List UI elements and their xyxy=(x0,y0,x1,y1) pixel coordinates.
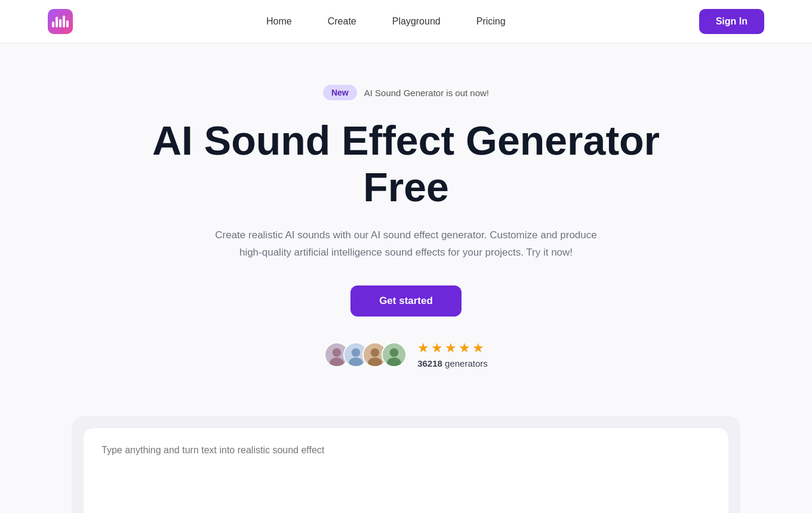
generator-count-rest: generators xyxy=(442,358,488,368)
nav-item-pricing[interactable]: Pricing xyxy=(476,16,506,27)
star-4: ★ xyxy=(459,340,470,356)
svg-point-1 xyxy=(333,348,341,357)
svg-point-4 xyxy=(352,348,360,357)
star-1: ★ xyxy=(417,340,429,356)
nav-item-home[interactable]: Home xyxy=(266,16,292,27)
logo[interactable] xyxy=(48,9,73,34)
nav-item-playground[interactable]: Playground xyxy=(392,16,441,27)
generator-input[interactable] xyxy=(102,445,710,505)
hero-title: AI Sound Effect Generator Free xyxy=(152,117,660,210)
avatar-4 xyxy=(382,342,407,367)
new-badge-row: New AI Sound Generator is out now! xyxy=(323,85,489,100)
generator-box: GENERATE xyxy=(84,428,728,513)
avatars xyxy=(324,342,407,367)
logo-bar-2 xyxy=(56,17,58,27)
nav-link-playground[interactable]: Playground xyxy=(392,16,441,26)
hero-title-line2: Free xyxy=(363,164,449,210)
hero-title-line1: AI Sound Effect Generator xyxy=(152,118,660,163)
logo-bar-5 xyxy=(66,20,69,27)
generator-count-bold: 36218 xyxy=(417,358,442,368)
logo-icon xyxy=(48,9,73,34)
nav-links: Home Create Playground Pricing xyxy=(266,16,506,27)
new-badge: New xyxy=(323,85,357,100)
hero-subtitle: Create realistic AI sounds with our AI s… xyxy=(203,227,609,262)
nav-link-pricing[interactable]: Pricing xyxy=(476,16,506,26)
generator-container: GENERATE xyxy=(72,416,740,513)
stars: ★ ★ ★ ★ ★ xyxy=(417,340,484,356)
svg-point-7 xyxy=(371,348,379,357)
hero-section: New AI Sound Generator is out now! AI So… xyxy=(0,43,812,416)
social-proof: ★ ★ ★ ★ ★ 36218 generators xyxy=(324,340,488,368)
navbar: Home Create Playground Pricing Sign In xyxy=(0,0,812,43)
star-5: ★ xyxy=(472,340,484,356)
rating-section: ★ ★ ★ ★ ★ 36218 generators xyxy=(417,340,488,368)
star-3: ★ xyxy=(445,340,457,356)
nav-link-home[interactable]: Home xyxy=(266,16,292,26)
get-started-button[interactable]: Get started xyxy=(350,285,462,317)
logo-bar-4 xyxy=(63,16,65,27)
nav-link-create[interactable]: Create xyxy=(328,16,356,26)
logo-bar-1 xyxy=(52,21,54,27)
generator-count: 36218 generators xyxy=(417,358,488,368)
svg-point-10 xyxy=(390,348,398,357)
nav-item-create[interactable]: Create xyxy=(328,16,356,27)
logo-bars xyxy=(52,16,69,27)
logo-bar-3 xyxy=(59,19,61,27)
new-badge-text: AI Sound Generator is out now! xyxy=(364,88,489,98)
star-2: ★ xyxy=(431,340,443,356)
sign-in-button[interactable]: Sign In xyxy=(699,9,764,34)
